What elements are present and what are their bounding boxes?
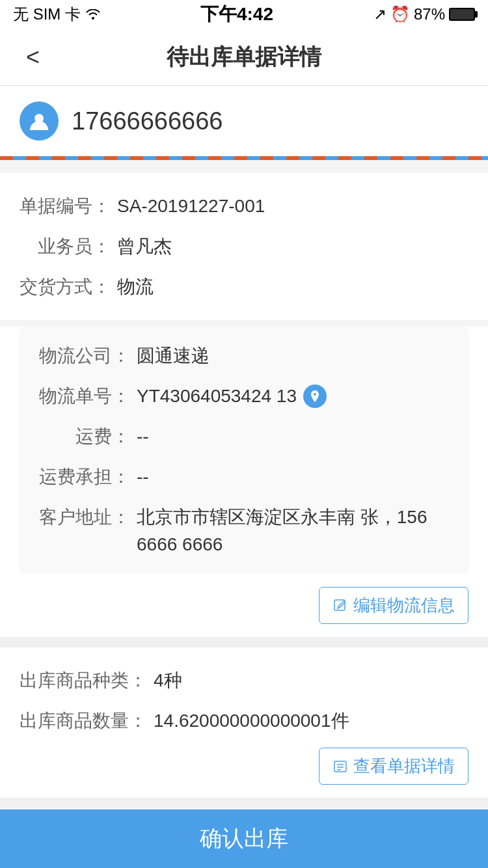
wifi-icon	[86, 5, 100, 23]
goods-section: 出库商品种类： 4种 出库商品数量： 14.620000000000001件 查…	[0, 647, 488, 798]
status-right: ↗ ⏰ 87%	[373, 5, 475, 23]
address-value: 北京市市辖区海淀区永丰南 张，156 6666 6666	[137, 504, 449, 558]
goods-types-row: 出库商品种类： 4种	[20, 667, 468, 694]
logistics-company-row: 物流公司： 圆通速递	[39, 342, 449, 370]
nav-bar: < 待出库单据详情	[0, 29, 488, 86]
freight-bearer-row: 运费承担： --	[39, 463, 449, 491]
logistics-tracking-row: 物流单号： YT43064053424 13	[39, 383, 449, 410]
gray-separator-2	[0, 798, 488, 808]
freight-row: 运费： --	[39, 423, 449, 450]
goods-quantity-label: 出库商品数量：	[20, 707, 147, 735]
customer-phone: 17666666666	[72, 107, 223, 135]
delivery-row: 交货方式： 物流	[20, 273, 468, 301]
logistics-section: 物流公司： 圆通速递 物流单号： YT43064053424 13 运费： --	[0, 327, 488, 637]
goods-quantity-value: 14.620000000000001件	[154, 707, 468, 735]
logistics-company-value: 圆通速递	[137, 342, 449, 370]
edit-logistics-button[interactable]: 编辑物流信息	[319, 587, 468, 624]
logistics-card: 物流公司： 圆通速递 物流单号： YT43064053424 13 运费： --	[20, 327, 468, 574]
battery-icon	[449, 8, 475, 21]
alarm-icon: ⏰	[390, 5, 410, 23]
carrier-label: 无 SIM 卡	[13, 4, 81, 25]
salesman-row: 业务员： 曾凡杰	[20, 233, 468, 260]
confirm-label: 确认出库	[200, 824, 288, 854]
customer-header: 17666666666	[0, 86, 488, 156]
order-number-row: 单据编号： SA-20191227-001	[20, 193, 468, 220]
freight-label: 运费：	[39, 423, 130, 450]
location-icon: ↗	[373, 5, 386, 23]
goods-quantity-row: 出库商品数量： 14.620000000000001件	[20, 707, 468, 735]
freight-value: --	[137, 423, 449, 450]
logistics-tracking-label: 物流单号：	[39, 383, 130, 410]
dashed-divider	[0, 156, 488, 160]
goods-types-value: 4种	[154, 667, 468, 694]
order-number-value: SA-20191227-001	[117, 193, 468, 220]
salesman-value: 曾凡杰	[117, 233, 468, 260]
status-bar: 无 SIM 卡 下午4:42 ↗ ⏰ 87%	[0, 0, 488, 29]
gray-separator-1	[0, 637, 488, 647]
goods-types-label: 出库商品种类：	[20, 667, 147, 694]
view-details-button[interactable]: 查看单据详情	[319, 748, 468, 785]
status-left: 无 SIM 卡	[13, 4, 100, 25]
edit-logistics-label: 编辑物流信息	[353, 594, 455, 617]
avatar	[20, 102, 59, 141]
page-title: 待出库单据详情	[167, 42, 321, 72]
logistics-tracking-value: YT43064053424 13	[137, 383, 449, 410]
address-row: 客户地址： 北京市市辖区海淀区永丰南 张，156 6666 6666	[39, 504, 449, 558]
back-button[interactable]: <	[20, 37, 46, 77]
status-time: 下午4:42	[200, 2, 273, 27]
order-number-label: 单据编号：	[20, 193, 111, 220]
address-label: 客户地址：	[39, 504, 130, 531]
order-info-section: 单据编号： SA-20191227-001 业务员： 曾凡杰 交货方式： 物流	[0, 173, 488, 320]
confirm-bar[interactable]: 确认出库	[0, 809, 488, 868]
tracking-location-button[interactable]	[303, 385, 327, 408]
view-details-label: 查看单据详情	[353, 755, 455, 778]
freight-bearer-label: 运费承担：	[39, 463, 130, 491]
logistics-company-label: 物流公司：	[39, 342, 130, 370]
battery-percent: 87%	[414, 5, 445, 23]
salesman-label: 业务员：	[20, 233, 111, 260]
delivery-value: 物流	[117, 273, 468, 301]
delivery-label: 交货方式：	[20, 273, 111, 301]
freight-bearer-value: --	[137, 463, 449, 491]
